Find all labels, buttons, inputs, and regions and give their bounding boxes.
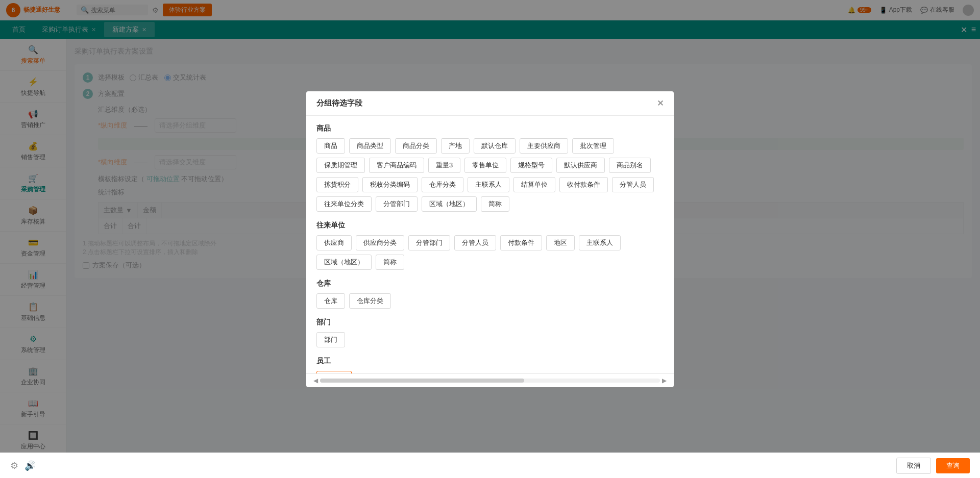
field-tag-goods-22[interactable]: 分管部门: [376, 196, 418, 212]
field-tag-goods-21[interactable]: 往来单位分类: [316, 196, 372, 212]
field-tag-goods-14[interactable]: 拣货积分: [316, 177, 358, 192]
horizontal-scrollbar[interactable]: [320, 379, 660, 383]
field-tag-partner-8[interactable]: 简称: [376, 255, 404, 270]
field-tag-partner-2[interactable]: 分管部门: [408, 235, 450, 250]
section-employee: 员工 业务员: [316, 357, 664, 373]
section-warehouse-title: 仓库: [316, 279, 664, 288]
field-tag-goods-17[interactable]: 主联系人: [468, 177, 509, 192]
field-tag-goods-15[interactable]: 税收分类编码: [362, 177, 418, 192]
modal-overlay: 分组待选字段 ✕ 商品 商品 商品类型 商品分类 产地 默认仓库 主要供应商 批…: [0, 0, 980, 478]
field-tag-goods-12[interactable]: 默认供应商: [556, 158, 605, 173]
field-tag-warehouse-1[interactable]: 仓库分类: [349, 293, 391, 309]
field-tag-goods-0[interactable]: 商品: [316, 138, 345, 154]
field-tag-goods-16[interactable]: 仓库分类: [422, 177, 463, 192]
field-tag-goods-13[interactable]: 商品别名: [609, 158, 651, 173]
field-tag-partner-7[interactable]: 区域（地区）: [316, 255, 372, 270]
section-goods: 商品 商品 商品类型 商品分类 产地 默认仓库 主要供应商 批次管理 保质期管理…: [316, 124, 664, 212]
modal-close-btn[interactable]: ✕: [657, 98, 664, 108]
modal-header: 分组待选字段 ✕: [306, 91, 674, 116]
field-tag-goods-8[interactable]: 客户商品编码: [369, 158, 424, 173]
partner-fields: 供应商 供应商分类 分管部门 分管人员 付款条件 地区 主联系人 区域（地区） …: [316, 235, 664, 270]
confirm-button[interactable]: 查询: [936, 458, 970, 473]
field-tag-partner-1[interactable]: 供应商分类: [356, 235, 404, 250]
section-partner-title: 往来单位: [316, 221, 664, 230]
cancel-button[interactable]: 取消: [896, 458, 931, 474]
section-department-title: 部门: [316, 318, 664, 327]
field-tag-goods-6[interactable]: 批次管理: [572, 138, 614, 154]
field-tag-goods-11[interactable]: 规格型号: [510, 158, 552, 173]
bottom-bar: ⚙ 🔊 取消 查询: [0, 452, 980, 478]
modal-footer-scroll: ◀ ▶: [306, 373, 674, 387]
field-tag-partner-3[interactable]: 分管人员: [454, 235, 496, 250]
section-goods-title: 商品: [316, 124, 664, 133]
field-tag-partner-4[interactable]: 付款条件: [500, 235, 542, 250]
field-tag-goods-18[interactable]: 结算单位: [513, 177, 555, 192]
section-employee-title: 员工: [316, 357, 664, 366]
field-tag-goods-24[interactable]: 简称: [481, 196, 509, 212]
scroll-right-arrow[interactable]: ▶: [660, 377, 669, 384]
goods-fields: 商品 商品类型 商品分类 产地 默认仓库 主要供应商 批次管理 保质期管理 客户…: [316, 138, 664, 212]
field-tag-partner-0[interactable]: 供应商: [316, 235, 352, 250]
section-warehouse: 仓库 仓库 仓库分类: [316, 279, 664, 309]
field-tag-goods-10[interactable]: 零售单位: [464, 158, 506, 173]
settings-icon[interactable]: ⚙: [10, 460, 18, 471]
field-tag-partner-5[interactable]: 地区: [546, 235, 575, 250]
field-tag-department-0[interactable]: 部门: [316, 332, 345, 347]
field-tag-goods-7[interactable]: 保质期管理: [316, 158, 365, 173]
field-tag-partner-6[interactable]: 主联系人: [579, 235, 621, 250]
modal-body: 商品 商品 商品类型 商品分类 产地 默认仓库 主要供应商 批次管理 保质期管理…: [306, 116, 674, 373]
field-tag-goods-9[interactable]: 重量3: [428, 158, 460, 173]
section-department: 部门 部门: [316, 318, 664, 347]
field-tag-goods-4[interactable]: 默认仓库: [474, 138, 516, 154]
scroll-left-arrow[interactable]: ◀: [311, 377, 320, 384]
department-fields: 部门: [316, 332, 664, 347]
field-tag-goods-19[interactable]: 收付款条件: [559, 177, 608, 192]
scrollbar-thumb: [320, 379, 524, 383]
field-tag-goods-1[interactable]: 商品类型: [349, 138, 391, 154]
bottom-left-icons: ⚙ 🔊: [10, 460, 36, 471]
field-tag-goods-5[interactable]: 主要供应商: [520, 138, 568, 154]
section-partner: 往来单位 供应商 供应商分类 分管部门 分管人员 付款条件 地区 主联系人 区域…: [316, 221, 664, 270]
field-tag-goods-20[interactable]: 分管人员: [612, 177, 654, 192]
field-tag-goods-3[interactable]: 产地: [441, 138, 470, 154]
field-tag-warehouse-0[interactable]: 仓库: [316, 293, 345, 309]
field-tag-goods-23[interactable]: 区域（地区）: [422, 196, 477, 212]
modal-title: 分组待选字段: [316, 98, 362, 108]
warehouse-fields: 仓库 仓库分类: [316, 293, 664, 309]
audio-icon[interactable]: 🔊: [24, 460, 36, 471]
modal-dialog: 分组待选字段 ✕ 商品 商品 商品类型 商品分类 产地 默认仓库 主要供应商 批…: [306, 91, 674, 387]
field-tag-goods-2[interactable]: 商品分类: [395, 138, 437, 154]
